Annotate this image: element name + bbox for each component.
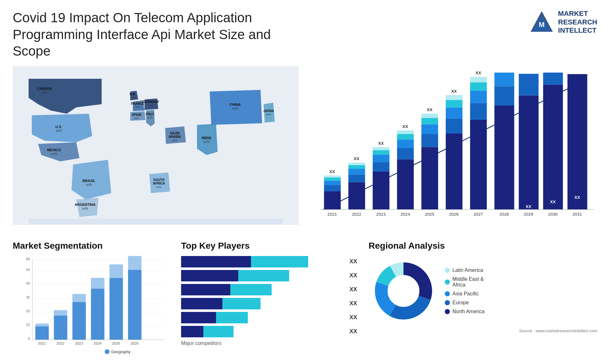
legend-label-apac: Asia Pacific	[452, 291, 479, 297]
regional-title: Regional Analysis	[369, 241, 597, 251]
svg-rect-51	[373, 162, 390, 172]
svg-text:2030: 2030	[548, 212, 558, 216]
svg-text:XX: XX	[378, 141, 384, 145]
svg-rect-129	[91, 278, 104, 288]
segmentation-chart-wrap: 0 10 20 30 40 50 60	[13, 256, 172, 358]
svg-text:XX: XX	[329, 169, 335, 174]
legend-label-na: North America	[452, 309, 485, 314]
svg-text:xx%: xx%	[204, 140, 210, 144]
svg-rect-77	[470, 82, 487, 91]
svg-text:2023: 2023	[75, 341, 83, 345]
svg-text:BRAZIL: BRAZIL	[83, 179, 96, 183]
world-map-svg: CANADA xx% U.S. xx% MEXICO xx% BRAZIL xx…	[13, 66, 299, 225]
player-row: XX	[181, 284, 359, 295]
svg-rect-48	[348, 163, 365, 165]
svg-text:60: 60	[26, 257, 30, 261]
player-bar-seg2	[238, 270, 289, 281]
svg-text:xx%: xx%	[147, 116, 152, 119]
svg-rect-71	[446, 100, 463, 107]
svg-text:xx%: xx%	[232, 107, 238, 110]
svg-text:20: 20	[26, 309, 30, 313]
legend-dot-na	[445, 309, 450, 314]
key-players-section: Top Key Players XX XX	[181, 241, 359, 364]
svg-rect-75	[470, 103, 487, 120]
legend-dot-apac	[445, 291, 450, 296]
player-bar-seg1	[181, 284, 230, 295]
svg-text:AFRICA: AFRICA	[153, 182, 165, 185]
player-row: XX	[181, 312, 359, 323]
svg-text:xx%: xx%	[148, 104, 153, 107]
player-bar-wrap	[181, 312, 347, 323]
svg-text:xx%: xx%	[156, 185, 161, 189]
svg-rect-74	[470, 120, 487, 210]
svg-text:XX: XX	[427, 107, 432, 112]
svg-rect-135	[128, 256, 141, 270]
svg-text:MEXICO: MEXICO	[47, 148, 61, 152]
top-row: CANADA xx% U.S. xx% MEXICO xx% BRAZIL xx…	[13, 66, 597, 231]
legend-label-mea: Middle East &Africa	[452, 276, 484, 288]
svg-rect-52	[373, 155, 390, 162]
logo-icon: M	[529, 10, 554, 35]
svg-rect-132	[110, 264, 123, 278]
svg-rect-58	[397, 139, 414, 148]
svg-text:xx%: xx%	[82, 207, 88, 210]
svg-rect-63	[421, 134, 438, 147]
svg-rect-47	[348, 165, 365, 168]
player-bar-seg1	[181, 312, 216, 323]
svg-rect-57	[397, 148, 414, 159]
svg-text:2026: 2026	[131, 341, 139, 345]
svg-text:xx%: xx%	[56, 129, 62, 132]
svg-rect-123	[54, 310, 67, 315]
svg-rect-78	[470, 77, 487, 82]
svg-rect-41	[324, 178, 341, 181]
legend-dot-mea	[445, 280, 450, 285]
svg-text:xx%: xx%	[135, 105, 140, 109]
svg-text:2025: 2025	[425, 212, 434, 216]
svg-text:2029: 2029	[524, 212, 533, 216]
svg-text:xx%: xx%	[172, 139, 177, 142]
svg-rect-134	[128, 270, 141, 340]
map-container: CANADA xx% U.S. xx% MEXICO xx% BRAZIL xx…	[13, 66, 299, 225]
svg-text:2021: 2021	[38, 341, 46, 345]
legend-item-apac: Asia Pacific	[445, 291, 485, 297]
svg-text:0: 0	[28, 336, 30, 340]
map-section: CANADA xx% U.S. xx% MEXICO xx% BRAZIL xx…	[13, 66, 299, 231]
svg-rect-131	[110, 278, 123, 340]
svg-rect-44	[348, 182, 365, 209]
svg-text:xx%: xx%	[51, 152, 57, 156]
svg-text:10: 10	[26, 323, 30, 327]
svg-rect-45	[348, 174, 365, 182]
svg-text:XX: XX	[476, 71, 481, 75]
svg-rect-59	[397, 134, 414, 139]
svg-rect-126	[72, 294, 86, 302]
svg-text:XX: XX	[550, 199, 556, 204]
svg-rect-60	[397, 130, 414, 134]
regional-section: Regional Analysis	[369, 241, 597, 364]
player-bar-seg1	[181, 298, 222, 309]
svg-text:2028: 2028	[499, 212, 509, 216]
svg-rect-38	[324, 191, 341, 209]
growth-chart-area: XX XX XX	[308, 66, 597, 231]
svg-point-144	[388, 275, 419, 307]
svg-rect-39	[324, 185, 341, 191]
logo-area: M MARKET RESEARCH INTELLECT	[529, 10, 597, 35]
svg-rect-84	[519, 74, 539, 95]
svg-rect-81	[494, 86, 514, 105]
segmentation-title: Market Segmentation	[13, 241, 172, 251]
svg-text:M: M	[539, 21, 544, 29]
svg-text:2027: 2027	[474, 212, 483, 216]
svg-text:GERMANY: GERMANY	[143, 100, 159, 104]
svg-text:2022: 2022	[57, 341, 64, 345]
svg-rect-50	[373, 171, 390, 209]
page-title: Covid 19 Impact On Telecom Application P…	[13, 10, 299, 60]
svg-text:FRANCE: FRANCE	[131, 102, 144, 105]
svg-rect-54	[373, 147, 390, 150]
svg-text:ITALY: ITALY	[146, 112, 154, 116]
svg-rect-83	[519, 95, 539, 209]
legend-dot-latin	[445, 268, 450, 273]
svg-text:Geography: Geography	[111, 349, 131, 354]
svg-text:2024: 2024	[401, 212, 410, 216]
svg-text:SAUDI: SAUDI	[170, 131, 180, 135]
svg-text:XX: XX	[403, 124, 408, 129]
svg-text:JAPAN: JAPAN	[263, 109, 274, 113]
